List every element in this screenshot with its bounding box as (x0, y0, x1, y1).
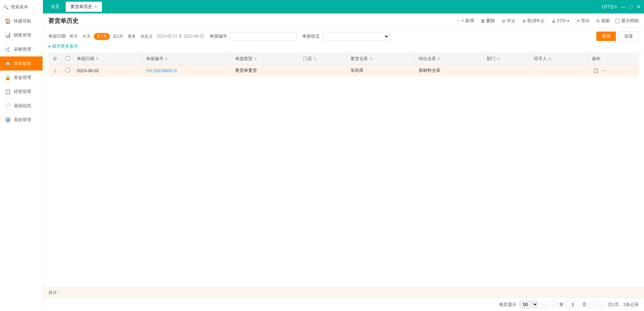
content-area: 要货单历史 ＋ + 新增 🗑 删除 ⊘ 中止 ⊘ 取消中止 (43, 13, 644, 311)
th-doc-no: 单据编号 ⇅ (142, 53, 231, 65)
pagination-area: 每页显示 50 20 100 « ‹ 第 页 › » 共1页，1条记录 (43, 298, 644, 311)
th-ops: 操作 (588, 53, 639, 65)
query-button[interactable]: 查询 (596, 32, 616, 41)
tab-history[interactable]: 要货单历史 ✕ (66, 2, 102, 12)
date-7days[interactable]: 近7天 (94, 33, 110, 40)
sidebar-item-system[interactable]: ⚙️ 系统管理 (0, 113, 43, 127)
data-table: ⚙ 单据日期 ⇅ 单据编号 (48, 53, 639, 77)
page-label-before: 第 (559, 302, 564, 308)
doc-status-select[interactable] (322, 32, 389, 41)
date-filter-label: 单据日期 (48, 33, 66, 39)
th-ops-label: 操作 (592, 56, 601, 61)
row-checkbox[interactable] (65, 68, 70, 72)
refresh-button[interactable]: ↻ 刷新 (595, 17, 611, 25)
show-detail-checkbox-input[interactable] (615, 19, 620, 23)
new-button[interactable]: ＋ + 新增 (454, 17, 475, 25)
next-page-button[interactable]: › (589, 301, 595, 308)
sort-pending-warehouse-icon[interactable]: ⇅ (437, 57, 440, 61)
row-ops: 📋 ⋯ (588, 65, 639, 77)
export-button[interactable]: ↗ 导出 (575, 17, 591, 25)
toolbar: ＋ + 新增 🗑 删除 ⊘ 中止 ⊘ 取消中止 🖨 打印 (454, 17, 639, 25)
sort-doc-no-icon[interactable]: ⇅ (165, 57, 168, 61)
row-doc-no-link[interactable]: YH-20230602-0 (146, 68, 177, 73)
sidebar-item-label: 经营管理 (14, 89, 31, 95)
row-more-button[interactable]: ⋯ (600, 67, 606, 74)
th-pending-warehouse: 待出仓库 ⇅ (415, 53, 483, 65)
prev-page-button[interactable]: ‹ (550, 301, 556, 308)
sort-doc-type-icon[interactable]: ⇅ (254, 57, 257, 61)
sidebar-search-label: 搜索菜单 (11, 4, 28, 10)
settings-button[interactable]: 设置 (619, 31, 639, 41)
main-area: 首页 要货单历史 ✕ OfTEn — □ ✕ 要货单历史 ＋ + 新增 🗑 (43, 0, 644, 311)
sort-department-icon[interactable]: ⇅ (497, 57, 500, 61)
expand-more-icon: ▾ (48, 44, 51, 49)
tab-history-label: 要货单历史 (70, 4, 92, 10)
maximize-icon[interactable]: □ (630, 4, 633, 9)
th-department-label: 部门 (487, 56, 495, 62)
tab-close-icon[interactable]: ✕ (94, 5, 97, 9)
sidebar-item-finance[interactable]: 🔒 资金管理 (0, 71, 43, 85)
sidebar-item-purchase[interactable]: 🛒 采购管理 (0, 42, 43, 56)
print-button[interactable]: 🖨 打印 ▾ (550, 17, 571, 25)
close-icon[interactable]: ✕ (637, 4, 641, 9)
finance-icon: 🔒 (5, 75, 11, 81)
sidebar-item-label: 基础信息 (14, 103, 31, 109)
doc-num-input[interactable] (230, 32, 297, 41)
th-store-label: 门店 (303, 56, 312, 62)
date-today[interactable]: 今天 (81, 33, 92, 40)
sort-handler-icon[interactable]: ⇅ (548, 57, 551, 61)
stop-button[interactable]: ⊘ 中止 (500, 17, 517, 25)
show-detail-label: 显示明细 (621, 18, 639, 24)
search-icon: 🔍 (3, 5, 9, 10)
select-all-checkbox[interactable] (65, 56, 70, 60)
sidebar-item-quick-nav[interactable]: 🏠 快捷导航 (0, 14, 43, 28)
inventory-icon: 🏠 (5, 60, 11, 66)
th-req-warehouse-label: 要货仓库 (351, 56, 368, 62)
page-size-select[interactable]: 50 20 100 (519, 301, 538, 308)
first-page-button[interactable]: « (541, 301, 548, 308)
sort-date-icon[interactable]: ⇅ (96, 57, 99, 61)
page-size-label: 每页显示 (499, 302, 517, 308)
date-range-display: 2023-05-27 至 2023-06-02 (157, 34, 204, 39)
refresh-icon: ↻ (596, 18, 600, 24)
sidebar-item-sales[interactable]: 📊 销售管理 (0, 28, 43, 42)
footer-total-label: 合计： (48, 290, 61, 296)
row-store (300, 65, 347, 77)
expand-more-button[interactable]: ▾ 展开更多条件 (48, 43, 639, 49)
row-req-warehouse: 车间库 (347, 65, 415, 77)
row-handler (531, 65, 588, 77)
row-doc-type: 要货单要货 (231, 65, 300, 77)
stop-label: 中止 (507, 18, 516, 24)
delete-button[interactable]: 🗑 删除 (479, 17, 496, 25)
date-1month[interactable]: 近1月 (112, 33, 125, 40)
date-custom[interactable]: 自定义 (139, 33, 154, 40)
last-page-button[interactable]: » (598, 301, 605, 308)
system-icon: ⚙️ (5, 117, 11, 123)
row-edit-button[interactable]: 📋 (592, 67, 599, 74)
doc-num-label: 单据编号 (210, 33, 227, 39)
page-number-input[interactable] (566, 301, 580, 308)
th-store: 门店 ⇅ (300, 53, 347, 65)
doc-status-filter-group: 单据状态 (302, 32, 389, 41)
table-settings-icon[interactable]: ⚙ (53, 56, 57, 61)
tab-home[interactable]: 首页 (46, 2, 64, 12)
minimize-icon[interactable]: — (621, 4, 626, 9)
sidebar-search[interactable]: 🔍 搜索菜单 (0, 0, 43, 14)
cancel-stop-button[interactable]: ⊘ 取消中止 (521, 17, 546, 25)
sidebar-item-operation[interactable]: 📋 经营管理 (0, 85, 43, 99)
new-icon: ＋ (456, 18, 460, 24)
basic-icon: 📄 (5, 103, 11, 109)
sidebar-item-label: 库存核算 (14, 60, 31, 66)
sidebar-item-basic[interactable]: 📄 基础信息 (0, 99, 43, 113)
date-yesterday[interactable]: 昨天 (68, 33, 79, 40)
print-icon: 🖨 (551, 18, 556, 24)
print-dropdown-icon[interactable]: ▾ (567, 19, 569, 23)
sort-store-icon[interactable]: ⇅ (313, 57, 316, 61)
th-req-warehouse: 要货仓库 ⇅ (347, 53, 415, 65)
date-more[interactable]: 更多 (126, 33, 137, 40)
show-detail-toggle[interactable]: 显示明细 (615, 18, 639, 24)
sort-req-warehouse-icon[interactable]: ⇅ (369, 57, 372, 61)
sidebar-item-inventory[interactable]: 🏠 库存核算 (0, 56, 43, 71)
row-ops-container: 📋 ⋯ (592, 67, 635, 74)
table-footer: 合计： (43, 287, 644, 298)
